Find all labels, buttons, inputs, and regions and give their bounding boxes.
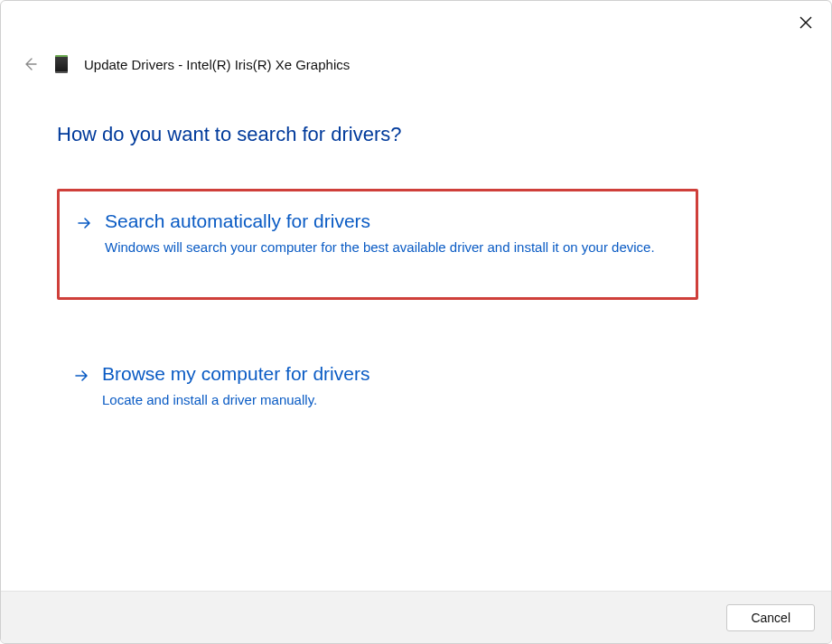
arrow-left-icon bbox=[22, 56, 38, 72]
option-browse-computer[interactable]: Browse my computer for drivers Locate an… bbox=[57, 344, 698, 432]
option-title: Search automatically for drivers bbox=[105, 210, 655, 232]
page-heading: How do you want to search for drivers? bbox=[57, 123, 402, 146]
option-title: Browse my computer for drivers bbox=[102, 362, 369, 385]
dialog-header: Update Drivers - Intel(R) Iris(R) Xe Gra… bbox=[21, 55, 350, 73]
option-description: Locate and install a driver manually. bbox=[102, 390, 369, 410]
option-search-automatically[interactable]: Search automatically for drivers Windows… bbox=[57, 189, 698, 300]
arrow-right-icon bbox=[76, 215, 92, 235]
dialog-footer: Cancel bbox=[1, 591, 831, 643]
option-text: Browse my computer for drivers Locate an… bbox=[102, 362, 369, 410]
close-icon bbox=[799, 15, 813, 30]
device-icon bbox=[55, 55, 68, 73]
option-description: Windows will search your computer for th… bbox=[105, 238, 655, 257]
arrow-right-icon bbox=[73, 368, 89, 387]
window-title: Update Drivers - Intel(R) Iris(R) Xe Gra… bbox=[84, 57, 350, 72]
back-button[interactable] bbox=[21, 55, 39, 73]
close-button[interactable] bbox=[793, 10, 818, 35]
option-text: Search automatically for drivers Windows… bbox=[105, 210, 655, 257]
cancel-button[interactable]: Cancel bbox=[726, 604, 815, 631]
